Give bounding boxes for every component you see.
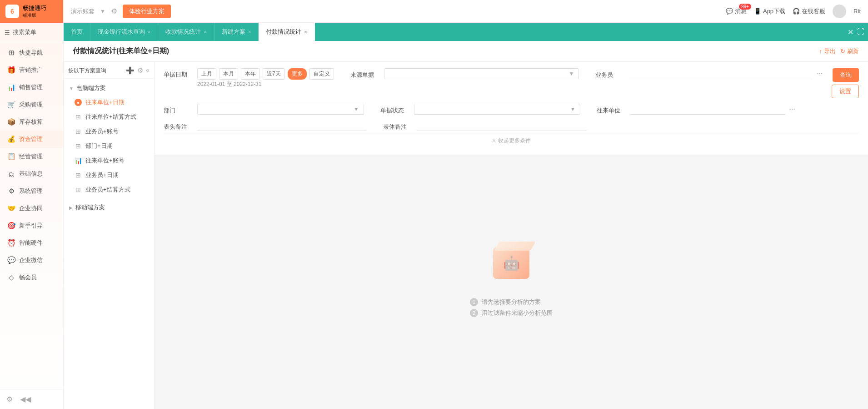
hardware-icon: ⏰ [7, 239, 15, 247]
query-button[interactable]: 查询 [833, 68, 859, 82]
dept-select[interactable]: ▼ [197, 104, 364, 115]
sidebar-item-system[interactable]: ⚙ 系统管理 [0, 182, 63, 200]
nav-label: 基础信息 [19, 170, 43, 178]
date-btn-last-month[interactable]: 上月 [197, 68, 216, 80]
date-btn-this-year[interactable]: 本年 [241, 68, 260, 80]
sidebar-item-basic[interactable]: 🗂 基础信息 [0, 165, 63, 182]
source-select[interactable]: ▼ [384, 68, 579, 79]
tab-payment-stats-close[interactable]: × [304, 29, 307, 35]
sidebar-collapse-button[interactable]: ◀◀ [18, 393, 33, 405]
tab-payment-stats[interactable]: 付款情况统计 × [259, 23, 314, 41]
scheme-item-partner-settlement[interactable]: ⊞ 往来单位+结算方式 [64, 110, 154, 124]
nav-label: 销售管理 [19, 83, 43, 91]
sidebar-item-capital[interactable]: 💰 资金管理 [0, 131, 63, 148]
scheme-item-partner-date[interactable]: ● 往来单位+日期 [64, 95, 154, 110]
collapse-filter-button[interactable]: ∧ 收起更多条件 [164, 133, 859, 148]
sidebar-item-member[interactable]: ◇ 畅会员 [0, 269, 63, 286]
scheme-table-icon: ⊞ [75, 113, 82, 121]
trial-button[interactable]: 体验行业方案 [123, 5, 171, 18]
date-range-display: 2022-01-01 至 2022-12-31 [197, 81, 334, 88]
tab-bank-flow-close[interactable]: × [148, 29, 150, 35]
mobile-group-header[interactable]: ▶ 移动端方案 [64, 201, 154, 214]
header-right: 💬 消息 99+ 📱 App下载 🎧 在线客服 Rit [726, 5, 861, 18]
scheme-item-dept-date[interactable]: ⊞ 部门+日期 [64, 139, 154, 153]
page-header: 付款情况统计(往来单位+日期) ↑ 导出 ↻ 刷新 [64, 41, 868, 62]
quick-nav-icon: ⊞ [7, 49, 15, 57]
nav-label: 采购管理 [19, 101, 43, 109]
app-download-button[interactable]: 📱 App下载 [754, 7, 785, 15]
main-content: 付款情况统计(往来单位+日期) ↑ 导出 ↻ 刷新 按以下方案查询 ➕ ⚙ « [64, 41, 868, 409]
scheme-item-partner-account[interactable]: 📊 往来单位+账号 [64, 153, 154, 168]
sidebar-search-section: ☰ 搜索菜单 [0, 23, 63, 42]
staff-input[interactable] [629, 68, 813, 79]
body-note-input[interactable] [417, 120, 586, 131]
scheme-item-staff-account[interactable]: ⊞ 业务员+账号 [64, 124, 154, 139]
date-btn-more[interactable]: 更多 [288, 68, 307, 80]
headset-icon: 🎧 [793, 8, 800, 15]
panel-toolbar: 按以下方案查询 ➕ ⚙ « [64, 66, 154, 79]
date-btn-custom[interactable]: 自定义 [309, 68, 334, 80]
logo-text: 畅捷通巧 标准版 [23, 4, 46, 19]
inventory-icon: 📦 [7, 118, 15, 126]
header-note-input[interactable] [197, 120, 367, 131]
staff-dots-button[interactable]: ··· [815, 70, 824, 78]
export-button[interactable]: ↑ 导出 [819, 47, 836, 56]
sidebar-item-quick-nav[interactable]: ⊞ 快捷导航 [0, 44, 63, 61]
sidebar-item-sales[interactable]: 📊 销售管理 [0, 79, 63, 96]
body-note-label: 表体备注 [383, 121, 415, 131]
tab-bank-flow[interactable]: 现金银行流水查询 × [90, 23, 158, 41]
marketing-icon: 🎁 [7, 66, 15, 74]
scheme-item-staff-date[interactable]: ⊞ 业务员+日期 [64, 168, 154, 182]
tab-collection[interactable]: 收款情况统计 × [158, 23, 214, 41]
header-settings-icon[interactable]: ⚙ [111, 7, 117, 15]
search-menu-label: 搜索菜单 [13, 28, 36, 36]
refresh-button[interactable]: ↻ 刷新 [840, 47, 859, 56]
partner-dots-button[interactable]: ··· [788, 105, 797, 113]
tab-close-all-button[interactable]: ✕ [848, 28, 853, 36]
tab-new-scheme-close[interactable]: × [248, 29, 251, 35]
panel-collapse-button[interactable]: « [146, 66, 150, 75]
scheme-item-staff-settlement[interactable]: ⊞ 业务员+结算方式 [64, 182, 154, 197]
header-dropdown-arrow[interactable]: ▼ [100, 8, 105, 15]
sidebar-item-guide[interactable]: 🎯 新手引导 [0, 217, 63, 234]
tab-home[interactable]: 首页 [64, 23, 90, 41]
nav-label: 系统管理 [19, 187, 43, 195]
online-service-button[interactable]: 🎧 在线客服 [793, 7, 825, 15]
message-button[interactable]: 💬 消息 99+ [726, 7, 747, 15]
sidebar-item-marketing[interactable]: 🎁 营销推广 [0, 61, 63, 79]
tab-collection-label: 收款情况统计 [165, 28, 201, 36]
sidebar-item-cooperation[interactable]: 🤝 企业协同 [0, 200, 63, 217]
scheme-item-label: 业务员+日期 [85, 171, 119, 179]
sidebar-bottom: ⚙ ◀◀ [0, 389, 63, 409]
tab-maximize-button[interactable]: ⛶ [857, 28, 864, 36]
filter-area: 单据日期 上月 本月 本年 近7天 更多 自定义 2022-01-01 至 20… [155, 62, 868, 155]
mobile-group-label: 移动端方案 [75, 203, 105, 212]
date-btn-7days[interactable]: 近7天 [263, 68, 285, 80]
sidebar-item-operation[interactable]: 📋 经营管理 [0, 148, 63, 165]
avatar[interactable] [833, 5, 846, 18]
partner-input[interactable] [630, 104, 785, 115]
sidebar-item-inventory[interactable]: 📦 库存核算 [0, 113, 63, 131]
header-note-label: 表头备注 [164, 121, 195, 131]
desktop-group-header[interactable]: ▼ 电脑端方案 [64, 81, 154, 95]
doc-status-select[interactable]: ▼ [414, 104, 581, 115]
sidebar-item-hardware[interactable]: ⏰ 智能硬件 [0, 234, 63, 252]
message-icon: 💬 [726, 8, 733, 15]
scheme-item-label: 往来单位+结算方式 [85, 113, 136, 121]
source-select-arrow: ▼ [569, 71, 574, 77]
tab-collection-close[interactable]: × [204, 29, 206, 35]
sidebar-item-purchase[interactable]: 🛒 采购管理 [0, 96, 63, 113]
sidebar-item-weixin[interactable]: 💬 企业微信 [0, 252, 63, 269]
scheme-table-icon: ⊞ [75, 172, 82, 179]
tab-new-scheme[interactable]: 新建方案 × [215, 23, 259, 41]
doc-status-label: 单据状态 [380, 104, 412, 115]
scheme-item-label: 往来单位+账号 [85, 157, 125, 165]
scheme-settings-button[interactable]: ⚙ [137, 66, 143, 75]
date-btn-this-month[interactable]: 本月 [219, 68, 238, 80]
bottom-settings-button[interactable]: ⚙ [5, 393, 15, 405]
add-scheme-button[interactable]: ➕ [126, 66, 135, 75]
scheme-item-label: 部门+日期 [85, 142, 113, 150]
filter-settings-button[interactable]: 设置 [832, 85, 859, 98]
dept-select-arrow: ▼ [354, 106, 359, 112]
search-menu-button[interactable]: ☰ 搜索菜单 [5, 26, 59, 38]
